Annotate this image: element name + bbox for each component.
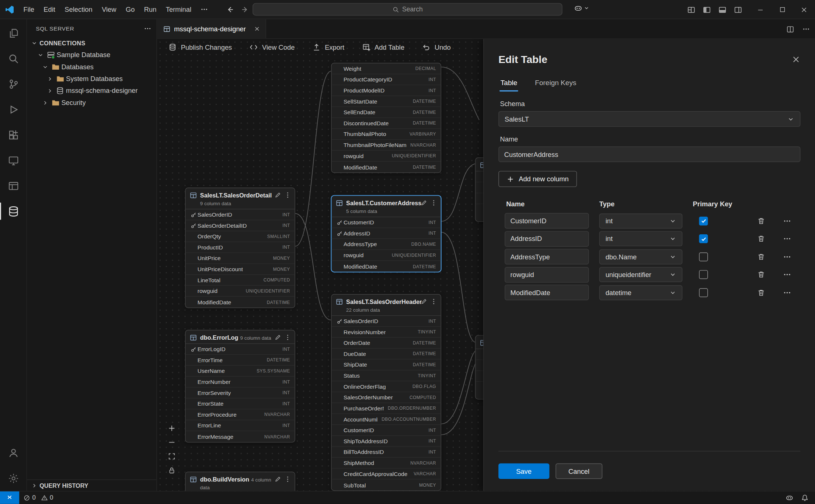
- table-node[interactable]: dbo.BuildVersion 4 column data: [185, 472, 295, 491]
- column-type-dropdown[interactable]: int: [599, 231, 683, 246]
- cancel-button[interactable]: Cancel: [555, 463, 603, 479]
- table-more-icon[interactable]: [430, 298, 437, 305]
- delete-column-icon[interactable]: [753, 235, 769, 242]
- tree-item[interactable]: System Databases: [27, 73, 156, 84]
- table-more-icon[interactable]: [284, 476, 291, 483]
- add-new-column-button[interactable]: Add new column: [498, 171, 577, 187]
- minimize-button[interactable]: [749, 0, 771, 19]
- remote-indicator[interactable]: [0, 491, 19, 504]
- toolbar-button[interactable]: Export: [312, 43, 344, 52]
- edit-table-icon[interactable]: [421, 298, 427, 305]
- toolbar-button[interactable]: Undo: [422, 43, 451, 52]
- primary-key-checkbox[interactable]: [699, 216, 708, 225]
- column-name-input[interactable]: [505, 231, 589, 246]
- split-editor-icon[interactable]: [786, 25, 794, 33]
- sql-server-database-icon[interactable]: [0, 199, 27, 224]
- close-window-button[interactable]: [793, 0, 815, 19]
- primary-key-checkbox[interactable]: [699, 288, 708, 297]
- menu-item[interactable]: Edit: [39, 3, 60, 15]
- tab-mssql-schema-designer[interactable]: mssql-schema-designer: [157, 19, 266, 38]
- delete-column-icon[interactable]: [753, 288, 769, 296]
- column-type-dropdown[interactable]: uniqueidentifier: [599, 267, 683, 282]
- toggle-primary-sidebar-icon[interactable]: [703, 6, 711, 14]
- query-history-section-header[interactable]: QUERY HISTORY: [27, 479, 156, 491]
- tab-close-icon[interactable]: [254, 25, 260, 32]
- edit-table-icon[interactable]: [274, 334, 281, 341]
- fit-view-icon[interactable]: [168, 452, 175, 460]
- navigate-back-icon[interactable]: [226, 6, 234, 13]
- panel-close-icon[interactable]: [791, 55, 800, 64]
- toolbar-button[interactable]: Add Table: [362, 43, 404, 52]
- maximize-button[interactable]: [771, 0, 793, 19]
- column-name-input[interactable]: [505, 267, 589, 282]
- save-button[interactable]: Save: [498, 463, 549, 479]
- account-icon[interactable]: [0, 440, 27, 465]
- menu-item[interactable]: Terminal: [161, 3, 196, 15]
- menu-item[interactable]: Run: [139, 3, 161, 15]
- delete-column-icon[interactable]: [753, 217, 769, 225]
- column-more-icon[interactable]: [779, 253, 795, 260]
- column-more-icon[interactable]: [779, 271, 795, 279]
- schema-canvas[interactable]: Publish Changes View Code: [157, 39, 815, 491]
- sidebar-more-icon[interactable]: [144, 25, 151, 32]
- source-control-icon[interactable]: [0, 71, 27, 97]
- schema-dropdown[interactable]: SalesLT: [498, 111, 800, 127]
- edit-table-icon[interactable]: [274, 192, 281, 198]
- table-node[interactable]: SalesLT.SalesOrderDetail 9 column data: [185, 188, 295, 308]
- column-name-input[interactable]: [505, 285, 589, 300]
- menu-more-button[interactable]: [196, 4, 213, 15]
- table-node[interactable]: SalesLT.SalesOrderHeader 22 column data: [331, 294, 441, 491]
- column-more-icon[interactable]: [779, 235, 795, 242]
- copilot-status-icon[interactable]: [786, 494, 794, 502]
- problems-indicator[interactable]: 0 0: [19, 494, 60, 501]
- toggle-secondary-sidebar-icon[interactable]: [734, 6, 742, 14]
- table-more-icon[interactable]: [284, 334, 291, 341]
- table-name-input[interactable]: [498, 147, 800, 162]
- settings-gear-icon[interactable]: [0, 465, 27, 491]
- column-name-input[interactable]: [505, 213, 589, 228]
- table-node[interactable]: SalesLT.CustomerAddress 5 column data: [331, 195, 441, 272]
- menu-item[interactable]: Go: [121, 3, 139, 15]
- table-node[interactable]: dbo.ErrorLog 9 column data: [185, 330, 295, 442]
- customize-layout-icon[interactable]: [687, 6, 696, 14]
- primary-key-checkbox[interactable]: [699, 252, 708, 261]
- column-type-dropdown[interactable]: datetime: [599, 285, 683, 300]
- notifications-bell-icon[interactable]: [801, 494, 809, 501]
- delete-column-icon[interactable]: [753, 271, 769, 279]
- copilot-menu[interactable]: [574, 4, 589, 13]
- edit-table-icon[interactable]: [274, 476, 281, 483]
- lock-icon[interactable]: [168, 466, 175, 474]
- tree-item[interactable]: Security: [27, 97, 156, 108]
- tree-item[interactable]: Sample Database: [27, 49, 156, 61]
- search-box[interactable]: Search: [252, 3, 562, 15]
- column-type-dropdown[interactable]: dbo.Name: [599, 249, 683, 264]
- editor-more-icon[interactable]: [802, 25, 810, 33]
- table-node[interactable]: Weight DECIMAL ProductCategoryID INT: [331, 63, 441, 173]
- toolbar-button[interactable]: View Code: [250, 43, 295, 52]
- connections-section-header[interactable]: CONNECTIONS: [27, 38, 156, 49]
- tree-item[interactable]: Databases: [27, 61, 156, 73]
- toggle-panel-icon[interactable]: [718, 6, 727, 14]
- column-type-dropdown[interactable]: int: [599, 213, 683, 228]
- primary-key-checkbox[interactable]: [699, 270, 708, 279]
- table-designer-icon[interactable]: [0, 173, 27, 199]
- primary-key-checkbox[interactable]: [699, 234, 708, 243]
- column-more-icon[interactable]: [779, 288, 795, 296]
- menu-item[interactable]: View: [97, 3, 121, 15]
- zoom-in-icon[interactable]: [168, 424, 175, 432]
- zoom-out-icon[interactable]: [168, 438, 175, 446]
- navigate-forward-icon[interactable]: [241, 6, 249, 13]
- explorer-icon[interactable]: [0, 20, 27, 46]
- edit-table-icon[interactable]: [421, 199, 427, 206]
- extensions-icon[interactable]: [0, 122, 27, 147]
- table-more-icon[interactable]: [430, 199, 437, 206]
- tree-item[interactable]: mssql-schema-designer: [27, 85, 156, 97]
- toolbar-button[interactable]: Publish Changes: [168, 43, 232, 52]
- remote-explorer-icon[interactable]: [0, 147, 27, 173]
- menu-item[interactable]: Selection: [60, 3, 97, 15]
- menu-item[interactable]: File: [19, 3, 39, 15]
- panel-tab[interactable]: Table: [498, 76, 519, 91]
- column-more-icon[interactable]: [779, 217, 795, 225]
- column-name-input[interactable]: [505, 249, 589, 264]
- delete-column-icon[interactable]: [753, 253, 769, 260]
